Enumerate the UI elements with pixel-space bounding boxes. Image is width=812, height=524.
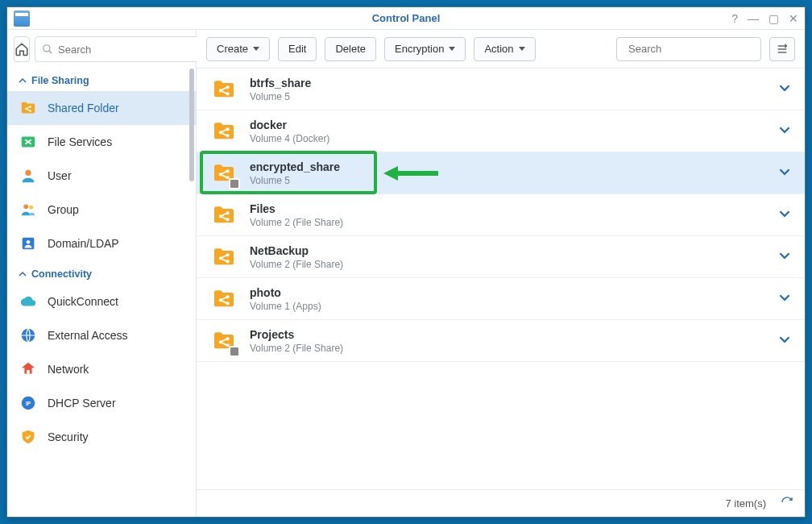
expand-button[interactable] [779,334,790,348]
sidebar-scroll[interactable]: File SharingShared FolderFile ServicesUs… [7,67,196,517]
sidebar-item-file-services[interactable]: File Services [7,125,196,159]
share-name: photo [250,286,321,299]
delete-button[interactable]: Delete [325,37,376,61]
share-row[interactable]: dockerVolume 4 (Docker) [197,110,805,152]
svg-point-22 [226,127,230,131]
sidebar-item-external-access[interactable]: External Access [7,318,196,352]
share-row[interactable]: encrypted_shareVolume 5 [197,152,805,194]
maximize-button[interactable]: ▢ [768,13,779,24]
lock-badge-icon [229,178,240,189]
home-button[interactable] [14,36,30,62]
sidebar-item-group[interactable]: Group [7,193,196,227]
sidebar-item-network[interactable]: Network [7,352,196,386]
sidebar-item-security[interactable]: Security [7,420,196,454]
section-header-file-sharing[interactable]: File Sharing [7,67,196,91]
share-subtitle: Volume 2 (File Share) [250,343,343,354]
delete-label: Delete [335,43,366,55]
sidebar-item-label: File Services [48,135,112,148]
shield-icon [19,427,38,447]
help-button[interactable]: ? [731,13,738,24]
create-label: Create [217,43,248,55]
svg-point-7 [23,204,28,209]
search-icon [42,44,53,55]
svg-point-0 [44,45,50,52]
sidebar-item-label: External Access [48,329,128,342]
share-name: btrfs_share [250,77,311,89]
caret-down-icon [449,47,455,51]
share-subtitle: Volume 1 (Apps) [250,301,321,312]
chevron-up-icon [19,270,27,278]
expand-button[interactable] [779,208,790,222]
share-row[interactable]: photoVolume 1 (Apps) [197,278,805,320]
toolbar-search[interactable] [616,37,761,61]
folder-share-icon [211,286,237,312]
share-subtitle: Volume 4 (Docker) [250,133,329,144]
sidebar-search-input[interactable] [58,44,193,56]
sidebar-item-label: DHCP Server [48,397,116,410]
edit-button[interactable]: Edit [278,37,317,61]
share-row[interactable]: ProjectsVolume 2 (File Share) [197,320,805,362]
window-buttons: ? — ▢ ✕ [731,13,798,24]
share-row[interactable]: NetBackupVolume 2 (File Share) [197,236,805,278]
user-icon [19,166,38,185]
caret-down-icon [253,47,259,51]
edit-label: Edit [288,43,306,55]
share-info: photoVolume 1 (Apps) [250,286,321,312]
toolbar-search-input[interactable] [628,43,764,55]
section-header-connectivity[interactable]: Connectivity [7,260,196,285]
close-button[interactable]: ✕ [789,13,798,24]
sliders-icon [776,43,789,56]
sidebar-item-dhcp-server[interactable]: IPDHCP Server [7,386,196,420]
item-count: 7 item(s) [725,497,766,509]
minimize-button[interactable]: — [748,13,759,24]
share-subtitle: Volume 5 [250,91,311,102]
cloud-icon [19,292,38,311]
expand-button[interactable] [779,292,790,306]
sidebar-item-domain-ldap[interactable]: Domain/LDAP [7,227,196,260]
caret-down-icon [519,47,525,51]
share-info: ProjectsVolume 2 (File Share) [250,328,343,354]
refresh-button[interactable] [781,496,793,511]
action-button[interactable]: Action [474,37,535,61]
svg-point-8 [29,206,33,210]
settings-toggle-button[interactable] [769,37,795,61]
share-subtitle: Volume 2 (File Share) [250,217,343,228]
share-name: Projects [250,328,343,341]
share-info: FilesVolume 2 (File Share) [250,202,343,228]
expand-button[interactable] [779,166,790,181]
sidebar-item-label: Domain/LDAP [48,237,119,250]
window-title: Control Panel [7,12,805,24]
expand-button[interactable] [779,124,790,139]
sidebar-item-label: Network [48,363,89,376]
create-button[interactable]: Create [206,37,270,61]
dhcp-icon: IP [19,393,38,413]
expand-button[interactable] [779,82,790,97]
sidebar-item-user[interactable]: User [7,159,196,193]
share-subtitle: Volume 5 [250,175,340,186]
folder-share-icon [211,77,237,102]
share-row[interactable]: btrfs_shareVolume 5 [197,69,805,110]
expand-button[interactable] [779,250,790,264]
svg-line-1 [49,51,52,54]
share-row[interactable]: FilesVolume 2 (File Share) [197,194,805,236]
group-icon [19,200,38,219]
sidebar-search[interactable] [35,36,201,62]
svg-point-25 [226,169,230,173]
sidebar-item-quickconnect[interactable]: QuickConnect [7,285,196,318]
toolbar: Create Edit Delete Encryption Action [197,30,805,69]
titlebar: Control Panel ? — ▢ ✕ [7,7,805,30]
chevron-down-icon [779,124,790,135]
svg-point-23 [226,134,230,137]
folder-share-icon [211,328,237,354]
share-list[interactable]: btrfs_shareVolume 5dockerVolume 4 (Docke… [197,69,805,489]
sidebar-item-label: Group [48,203,79,216]
action-label: Action [484,43,513,55]
main-panel: Create Edit Delete Encryption Action btr… [197,30,805,517]
folder-share-icon [211,160,237,186]
svg-point-32 [226,260,230,263]
sidebar-item-shared-folder[interactable]: Shared Folder [7,91,196,125]
scrollbar-thumb[interactable] [189,69,194,181]
share-subtitle: Volume 2 (File Share) [250,259,343,270]
encryption-button[interactable]: Encryption [384,37,466,61]
share-name: NetBackup [250,244,343,257]
